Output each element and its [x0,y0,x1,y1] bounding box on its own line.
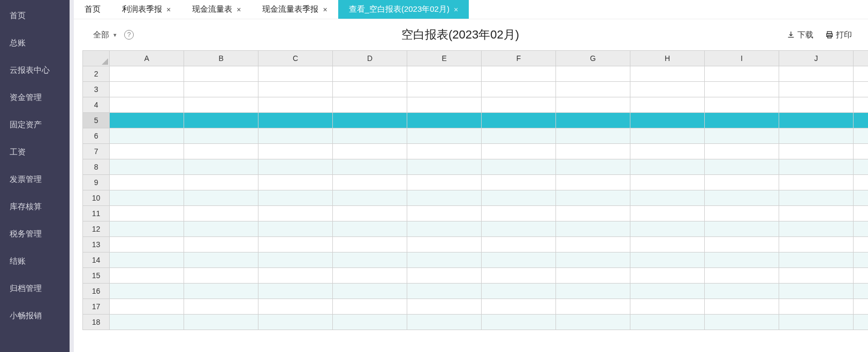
cell-G7[interactable] [556,144,630,159]
col-header-A[interactable]: A [110,51,184,66]
cell-A18[interactable] [110,315,184,330]
cell-J9[interactable] [779,175,853,190]
col-header-F[interactable]: F [482,51,556,66]
cell-A6[interactable] [110,128,184,144]
cell-I11[interactable] [705,206,779,221]
tab-0[interactable]: 首页 [74,0,111,19]
cell-B15[interactable] [184,268,258,284]
spreadsheet[interactable]: ABCDEFGHIJK23456789101112131415161718 [74,50,868,352]
cell-H8[interactable] [630,159,705,175]
cell-E11[interactable] [407,206,482,221]
cell-E12[interactable] [407,221,482,237]
print-button[interactable]: 打印 [825,30,852,40]
cell-E5[interactable] [407,113,482,128]
cell-H12[interactable] [630,221,705,237]
cell-C6[interactable] [258,128,333,144]
cell-K12[interactable] [853,221,868,237]
cell-C5[interactable] [258,113,333,128]
row-header-9[interactable]: 9 [83,175,110,190]
cell-C16[interactable] [258,284,333,299]
cell-C3[interactable] [258,82,333,97]
sidebar-item-4[interactable]: 固定资产 [0,111,70,139]
row-header-4[interactable]: 4 [83,97,110,113]
cell-G2[interactable] [556,66,630,82]
cell-G18[interactable] [556,315,630,330]
cell-D9[interactable] [333,175,407,190]
cell-G15[interactable] [556,268,630,284]
cell-H2[interactable] [630,66,705,82]
sidebar-item-8[interactable]: 税务管理 [0,220,70,248]
cell-B4[interactable] [184,97,258,113]
cell-G5[interactable] [556,113,630,128]
cell-I7[interactable] [705,144,779,159]
sheet-corner[interactable] [83,51,110,66]
cell-G17[interactable] [556,299,630,315]
cell-B6[interactable] [184,128,258,144]
cell-C8[interactable] [258,159,333,175]
cell-E13[interactable] [407,237,482,252]
cell-J10[interactable] [779,190,853,206]
cell-K18[interactable] [853,315,868,330]
cell-E16[interactable] [407,284,482,299]
cell-I15[interactable] [705,268,779,284]
cell-H10[interactable] [630,190,705,206]
cell-I9[interactable] [705,175,779,190]
cell-F12[interactable] [482,221,556,237]
cell-F13[interactable] [482,237,556,252]
sidebar-item-3[interactable]: 资金管理 [0,84,70,111]
sidebar-item-2[interactable]: 云报表中心 [0,57,70,84]
cell-D5[interactable] [333,113,407,128]
tab-2[interactable]: 现金流量表× [181,0,252,19]
tab-4[interactable]: 查看_空白报表(2023年02月)× [338,0,469,19]
cell-E18[interactable] [407,315,482,330]
col-header-G[interactable]: G [556,51,630,66]
col-header-E[interactable]: E [407,51,482,66]
cell-B3[interactable] [184,82,258,97]
cell-I2[interactable] [705,66,779,82]
col-header-J[interactable]: J [779,51,853,66]
cell-I12[interactable] [705,221,779,237]
row-header-11[interactable]: 11 [83,206,110,221]
cell-A12[interactable] [110,221,184,237]
cell-J15[interactable] [779,268,853,284]
cell-D11[interactable] [333,206,407,221]
cell-A15[interactable] [110,268,184,284]
sidebar-item-6[interactable]: 发票管理 [0,166,70,193]
close-icon[interactable]: × [237,5,241,14]
cell-C4[interactable] [258,97,333,113]
cell-H4[interactable] [630,97,705,113]
cell-A13[interactable] [110,237,184,252]
cell-A8[interactable] [110,159,184,175]
cell-D15[interactable] [333,268,407,284]
cell-E2[interactable] [407,66,482,82]
cell-K8[interactable] [853,159,868,175]
cell-F9[interactable] [482,175,556,190]
cell-J7[interactable] [779,144,853,159]
cell-C15[interactable] [258,268,333,284]
cell-C13[interactable] [258,237,333,252]
cell-J16[interactable] [779,284,853,299]
row-header-13[interactable]: 13 [83,237,110,252]
cell-K16[interactable] [853,284,868,299]
cell-G8[interactable] [556,159,630,175]
cell-G12[interactable] [556,221,630,237]
cell-H9[interactable] [630,175,705,190]
cell-B17[interactable] [184,299,258,315]
cell-A2[interactable] [110,66,184,82]
col-header-B[interactable]: B [184,51,258,66]
row-header-5[interactable]: 5 [83,113,110,128]
cell-I3[interactable] [705,82,779,97]
cell-D17[interactable] [333,299,407,315]
cell-F11[interactable] [482,206,556,221]
close-icon[interactable]: × [454,5,458,14]
cell-D4[interactable] [333,97,407,113]
cell-A10[interactable] [110,190,184,206]
cell-B12[interactable] [184,221,258,237]
cell-B7[interactable] [184,144,258,159]
cell-J12[interactable] [779,221,853,237]
cell-H11[interactable] [630,206,705,221]
cell-K2[interactable] [853,66,868,82]
cell-B18[interactable] [184,315,258,330]
close-icon[interactable]: × [323,5,327,14]
cell-A5[interactable] [110,113,184,128]
